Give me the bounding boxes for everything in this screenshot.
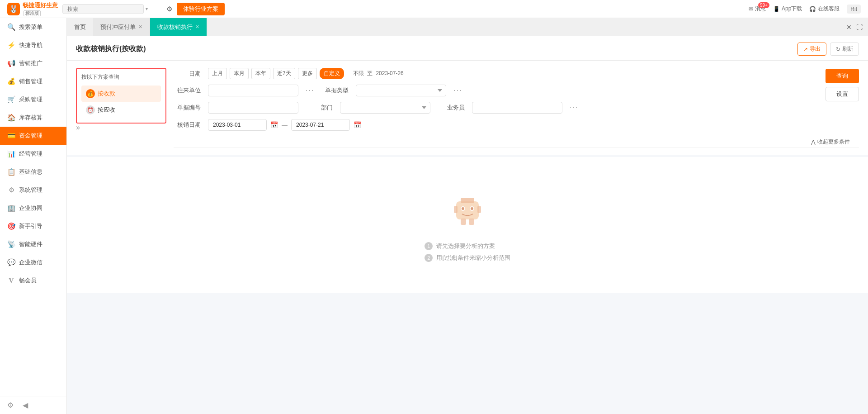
empty-tips: 1 请先选择要分析的方案 2 用[过滤]条件来缩小分析范围	[425, 242, 510, 262]
filter-area: 按以下方案查询 💰 按收款 ⏰ 按应收 »	[67, 61, 868, 155]
sidebar-item-wechat[interactable]: 💬 企业微信	[0, 253, 66, 271]
gear-icon[interactable]: ⚙	[166, 5, 172, 13]
export-btn[interactable]: ↗ 导出	[797, 43, 826, 56]
tab-receipt-verify[interactable]: 收款核销执行 ✕	[150, 18, 207, 36]
tab-prepay-close-icon[interactable]: ✕	[138, 24, 142, 30]
verify-date-dash: —	[282, 122, 288, 128]
date-value: 2023-07-26	[376, 70, 403, 76]
tab-home-label: 首页	[74, 23, 86, 31]
filter-option-by-receipt[interactable]: 💰 按收款	[81, 86, 161, 102]
sales-person-input[interactable]	[472, 102, 562, 114]
sidebar-label-search-menu: 搜索菜单	[19, 23, 42, 31]
settings-bottom-icon[interactable]: ⚙	[7, 401, 14, 409]
tab-prepay[interactable]: 预付冲应付单 ✕	[93, 18, 150, 36]
refresh-btn[interactable]: ↻ 刷新	[830, 43, 859, 56]
sidebar-item-purchase[interactable]: 🛒 采购管理	[0, 90, 66, 109]
marketing-icon: 📢	[7, 59, 15, 67]
app-version: 标准版	[24, 10, 41, 16]
partner-input[interactable]	[208, 85, 298, 96]
tab-receipt-verify-label: 收款核销执行	[157, 23, 193, 31]
sidebar-item-finance[interactable]: 💳 资金管理	[0, 127, 66, 145]
date-btn-7days[interactable]: 近7天	[273, 68, 295, 79]
voucher-type-select[interactable]	[356, 85, 446, 96]
query-btn[interactable]: 查询	[826, 69, 859, 83]
main-layout: 🔍 搜索菜单 ⚡ 快捷导航 📢 营销推广 💰 销售管理 🛒 采购管理 🏠 库存核…	[0, 18, 868, 414]
date-btn-this-year[interactable]: 本年	[251, 68, 270, 79]
verify-date-range: 📅 — 📅	[208, 119, 361, 131]
sidebar-item-marketing[interactable]: 📢 营销推广	[0, 54, 66, 72]
date-options-group: 上月 本月 本年 近7天 更多 自定义	[208, 68, 344, 79]
setting-btn[interactable]: 设置	[826, 87, 859, 101]
tab-right-buttons: ✕ ⛶	[841, 18, 868, 36]
sidebar-item-operations[interactable]: 📊 经营管理	[0, 145, 66, 163]
tab-bar: 首页 预付冲应付单 ✕ 收款核销执行 ✕ ✕ ⛶	[67, 18, 868, 36]
tab-home[interactable]: 首页	[67, 18, 93, 36]
date-btn-more[interactable]: 更多	[298, 68, 317, 79]
message-btn[interactable]: ✉ 消息 99+	[749, 5, 766, 13]
date-nolimit-label: 不限	[353, 70, 364, 76]
sales-person-label: 业务员	[438, 104, 465, 112]
verify-date-end-input[interactable]	[291, 119, 350, 131]
tab-close-btn[interactable]: ✕	[844, 22, 854, 33]
collapse-more-label: 收起更多条件	[817, 138, 850, 146]
date-btn-last-month[interactable]: 上月	[208, 68, 227, 79]
sidebar-item-member[interactable]: V 畅会员	[0, 271, 66, 290]
svg-rect-7	[477, 206, 481, 213]
finance-icon: 💳	[7, 132, 15, 140]
service-icon: 🎧	[809, 6, 816, 12]
app-download-btn[interactable]: 📱 App下载	[773, 5, 802, 13]
sidebar-item-search-menu[interactable]: 🔍 搜索菜单	[0, 18, 66, 36]
collapse-more-btn[interactable]: ⋀ 收起更多条件	[811, 138, 850, 146]
filter-row-verify-date: 核销日期 📅 — 📅	[174, 119, 818, 131]
sidebar-bottom: ⚙ ◀	[0, 396, 66, 414]
partner-label: 往来单位	[174, 86, 201, 95]
sidebar-label-operations: 经营管理	[19, 150, 42, 158]
date-btn-custom[interactable]: 自定义	[320, 68, 344, 79]
sidebar-item-system[interactable]: ⚙ 系统管理	[0, 181, 66, 199]
department-select[interactable]	[340, 102, 430, 114]
filter-collapse-btn[interactable]: »	[76, 124, 80, 132]
sidebar-item-beginner[interactable]: 🎯 新手引导	[0, 217, 66, 235]
industry-btn[interactable]: 体验行业方案	[177, 3, 225, 15]
sidebar-item-sales[interactable]: 💰 销售管理	[0, 72, 66, 90]
topbar-search-input[interactable]	[62, 4, 144, 14]
verify-date-end-cal-icon[interactable]: 📅	[354, 121, 361, 128]
hardware-icon: 📡	[7, 240, 15, 248]
search-area: ▾	[62, 4, 162, 14]
page-header-buttons: ↗ 导出 ↻ 刷新	[797, 43, 859, 56]
collapse-sidebar-icon[interactable]: ◀	[23, 401, 28, 409]
svg-rect-1	[461, 198, 474, 203]
sales-person-dots-icon[interactable]: ···	[570, 104, 578, 112]
date-to-label: 至	[367, 70, 373, 76]
date-btn-this-month[interactable]: 本月	[230, 68, 249, 79]
tip-1-num: 1	[425, 242, 433, 250]
partner-dots-icon[interactable]: ···	[306, 86, 314, 95]
tab-receipt-verify-close-icon[interactable]: ✕	[195, 24, 199, 30]
refresh-label: 刷新	[842, 45, 853, 53]
sidebar-item-inventory[interactable]: 🏠 库存核算	[0, 109, 66, 127]
tab-prepay-label: 预付冲应付单	[100, 23, 136, 31]
sidebar-item-quick-nav[interactable]: ⚡ 快捷导航	[0, 36, 66, 54]
enterprise-icon: 🏢	[7, 204, 15, 212]
receivable-option-icon: ⏰	[86, 105, 95, 114]
user-info[interactable]: Rit	[847, 5, 861, 14]
tab-expand-btn[interactable]: ⛶	[854, 22, 864, 33]
voucher-type-dots-icon[interactable]: ···	[453, 86, 462, 95]
online-service-btn[interactable]: 🎧 在线客服	[809, 5, 840, 13]
sidebar-item-hardware[interactable]: 📡 智能硬件	[0, 235, 66, 253]
voucher-no-input[interactable]	[208, 102, 298, 114]
topbar: 🐰 畅捷通好生意 标准版 ▾ ⚙ 体验行业方案 ✉ 消息 99+ 📱 App下载…	[0, 0, 868, 18]
date-label: 日期	[174, 70, 201, 78]
sidebar-item-enterprise[interactable]: 🏢 企业协同	[0, 199, 66, 217]
verify-date-start-input[interactable]	[208, 119, 267, 131]
sidebar-item-basic-info[interactable]: 📋 基础信息	[0, 163, 66, 181]
sidebar-label-beginner: 新手引导	[19, 222, 42, 230]
filter-option-by-receivable[interactable]: ⏰ 按应收	[81, 102, 161, 118]
topbar-right: ✉ 消息 99+ 📱 App下载 🎧 在线客服 Rit	[749, 5, 861, 14]
search-dropdown-icon[interactable]: ▾	[146, 6, 148, 11]
svg-point-4	[462, 207, 464, 210]
verify-date-start-cal-icon[interactable]: 📅	[270, 121, 278, 128]
collapse-more-icon: ⋀	[811, 139, 816, 145]
sidebar-label-wechat: 企业微信	[19, 258, 42, 266]
beginner-icon: 🎯	[7, 222, 15, 230]
